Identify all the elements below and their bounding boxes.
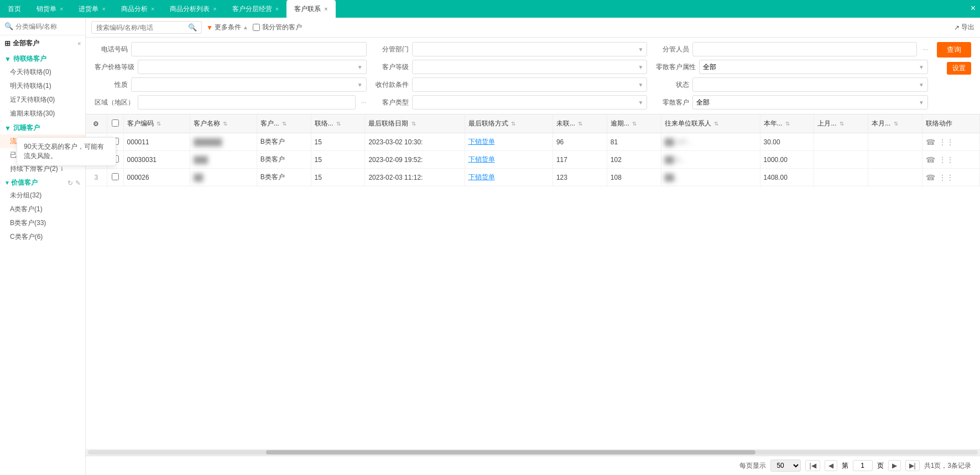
sidebar-item-unsorted[interactable]: 未分组(32) (0, 189, 85, 202)
close-tab-product-analysis[interactable]: × (151, 6, 154, 12)
col-name[interactable]: 客户名称 ⇅ (190, 114, 257, 133)
close-tab-customer-segment[interactable]: × (275, 6, 279, 12)
customer-type-select[interactable]: ▼ (412, 95, 648, 109)
action-phone-icon-0[interactable]: ☎ (926, 138, 935, 147)
tab-product-analysis-list[interactable]: 商品分析列表 × (162, 0, 224, 18)
query-button[interactable]: 查询 (937, 42, 971, 58)
col-last-type[interactable]: 最后联络方式 ⇅ (465, 114, 552, 133)
sidebar-item-class-a[interactable]: A类客户(1) (0, 202, 85, 216)
tab-product-analysis[interactable]: 商品分析 × (113, 0, 162, 18)
sidebar-item-class-b[interactable]: B类客户(33) (0, 216, 85, 230)
action-more-icon-2[interactable]: ⋮⋮ (939, 173, 954, 182)
select-all-checkbox[interactable] (112, 119, 119, 127)
last-page-btn[interactable]: ▶| (905, 460, 920, 471)
refresh-icon[interactable]: ↻ (67, 179, 73, 187)
sidebar-item-tomorrow-pending[interactable]: 明天待联络(1) (0, 79, 85, 93)
row-last-type-1[interactable]: 下销货单 (465, 151, 552, 169)
group-value-customers-header[interactable]: ▼ 价值客户 ↻ ✎ (0, 176, 85, 189)
payment-select[interactable]: ▼ (412, 77, 648, 92)
tab-purchase-order[interactable]: 进货单 × (71, 0, 113, 18)
customer-type-field: 客户类型 ▼ (376, 95, 648, 109)
pagination-bar: 每页显示 50 100 200 |◀ ◀ 第 页 ▶ ▶| 共1页，3条记录 (86, 456, 980, 475)
col-type[interactable]: 客户... ⇅ (257, 114, 311, 133)
window-close-button[interactable]: × (971, 3, 976, 13)
settings-button[interactable]: 设置 (947, 62, 971, 75)
row-this-month-1 (868, 151, 922, 169)
tab-sales-order[interactable]: 销货单 × (29, 0, 71, 18)
phone-input[interactable] (131, 42, 367, 56)
tab-customer-segment[interactable]: 客户分层经营 × (225, 0, 286, 18)
col-settings[interactable]: ⚙ (86, 114, 107, 133)
all-customers-header[interactable]: ⊞ 全部客户 « (0, 35, 85, 51)
dept-select[interactable]: ▼ (412, 42, 648, 56)
tooltip-dormant: 90天无交易的客户，可能有流失风险。 (17, 137, 86, 166)
close-tab-purchase-order[interactable]: × (102, 6, 105, 12)
group-pending-contact[interactable]: ▼ 待联络客户 (0, 51, 85, 65)
action-more-icon-0[interactable]: ⋮⋮ (939, 138, 954, 147)
zero-attr-select[interactable]: 全部 ▼ (699, 60, 928, 74)
col-contact-person[interactable]: 往来单位联系人 ⇅ (661, 114, 760, 133)
export-button[interactable]: ↗ 导出 (954, 23, 974, 32)
action-phone-icon-2[interactable]: ☎ (926, 173, 935, 182)
price-level-select[interactable]: ▼ (138, 60, 367, 74)
first-page-btn[interactable]: |◀ (805, 460, 820, 471)
page-number-input[interactable] (853, 460, 873, 471)
region-input[interactable] (138, 95, 356, 109)
zero-customer-dropdown-icon: ▼ (919, 100, 924, 106)
search-icon[interactable]: 🔍 (188, 23, 197, 32)
close-tab-sales-order[interactable]: × (60, 6, 63, 12)
my-customers-check[interactable] (253, 24, 260, 31)
group-dormant[interactable]: ▼ 沉睡客户 (0, 121, 85, 134)
next-page-btn[interactable]: ▶ (888, 460, 901, 471)
page-size-select[interactable]: 50 100 200 (770, 460, 801, 472)
scrollbar-thumb[interactable] (266, 450, 755, 455)
close-tab-product-analysis-list[interactable]: × (213, 6, 216, 12)
region-more-icon[interactable]: ··· (361, 98, 367, 106)
col-this-year[interactable]: 本年... ⇅ (760, 114, 814, 133)
col-no-contact[interactable]: 未联... ⇅ (552, 114, 607, 133)
arrow-down-icon3: ▼ (4, 180, 10, 186)
zero-customer-select[interactable]: 全部 ▼ (692, 95, 928, 109)
person-more-icon[interactable]: ··· (922, 45, 928, 53)
more-conditions-btn[interactable]: ▼ 更多条件 ▲ (206, 23, 248, 32)
filter-row-4: 区域（地区） ··· 客户类型 ▼ 零散客户 (95, 95, 928, 109)
tab-home[interactable]: 首页 (0, 0, 29, 18)
payment-dropdown-icon: ▼ (638, 82, 643, 88)
person-input[interactable] (692, 42, 917, 56)
grid-icon: ⊞ (4, 39, 11, 48)
col-checkbox[interactable] (107, 114, 123, 133)
col-overdue[interactable]: 逾期... ⇅ (607, 114, 661, 133)
sidebar-item-today-pending[interactable]: 今天待联络(0) (0, 65, 85, 79)
sort-this-year-icon: ⇅ (785, 121, 790, 127)
row-last-type-0[interactable]: 下销货单 (465, 133, 552, 151)
close-tab-customer-contact[interactable]: × (324, 6, 327, 12)
col-this-month[interactable]: 本月... ⇅ (868, 114, 922, 133)
sort-this-month-icon: ⇅ (894, 121, 898, 127)
customer-level-select[interactable]: ▼ (412, 60, 648, 74)
edit-icon[interactable]: ✎ (75, 179, 81, 187)
sidebar-search-input[interactable] (15, 23, 81, 30)
row-last-type-2[interactable]: 下销货单 (465, 169, 552, 186)
tab-customer-contact[interactable]: 客户联系 × (286, 0, 335, 18)
row-overdue-0: 81 (607, 133, 661, 151)
status-dropdown-icon: ▼ (919, 82, 924, 88)
sidebar-item-overdue-contact[interactable]: 逾期未联络(30) (0, 107, 85, 121)
action-more-icon-1[interactable]: ⋮⋮ (939, 155, 954, 164)
sort-no-contact-icon: ⇅ (578, 121, 582, 127)
col-code[interactable]: 客户编码 ⇅ (123, 114, 190, 133)
collapse-icon: « (77, 40, 81, 46)
horizontal-scrollbar[interactable] (86, 449, 980, 456)
my-customers-checkbox[interactable]: 我分管的客户 (253, 23, 302, 32)
search-box: 🔍 (91, 21, 202, 34)
row-checkbox-2[interactable] (107, 169, 123, 186)
col-contact-count[interactable]: 联络... ⇅ (311, 114, 365, 133)
prev-page-btn[interactable]: ◀ (825, 460, 837, 471)
action-phone-icon-1[interactable]: ☎ (926, 155, 935, 164)
search-input[interactable] (96, 24, 186, 32)
status-select[interactable]: ▼ (692, 77, 928, 92)
sidebar-item-class-c[interactable]: C类客户(6) (0, 230, 85, 244)
col-last-date[interactable]: 最后联络日期 ⇅ (365, 114, 465, 133)
col-last-month[interactable]: 上月... ⇅ (814, 114, 868, 133)
gender-select[interactable]: ▼ (131, 77, 367, 92)
sidebar-item-7days-pending[interactable]: 近7天待联络(0) (0, 93, 85, 107)
